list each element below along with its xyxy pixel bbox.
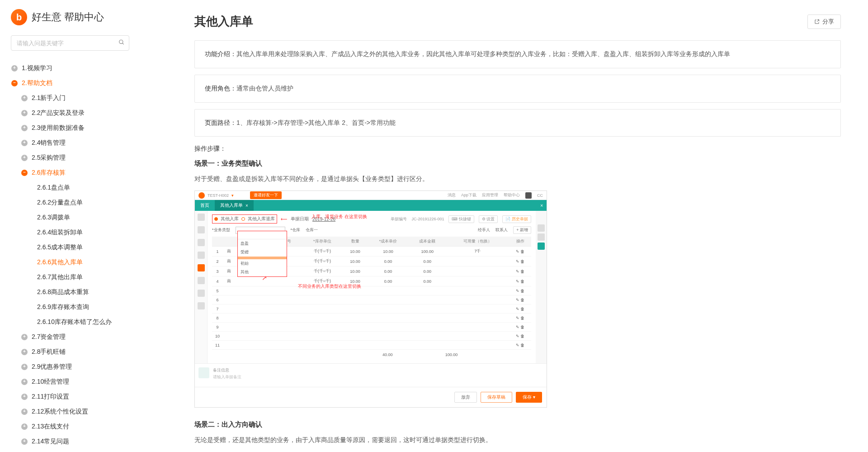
nav-item-video[interactable]: +1.视频学习 [11,61,129,76]
side-icon [198,252,205,259]
nav-item-2-6-7[interactable]: 2.6.7其他出库单 [11,270,129,285]
nav-item-2-8[interactable]: +2.8手机旺铺 [11,344,129,359]
nav-item-2-6-3[interactable]: 2.6.3调拨单 [11,210,129,225]
logo: b 好生意 帮助中心 [11,9,129,25]
plus-icon: + [21,140,28,146]
logo-icon: b [11,9,27,25]
side-icon [198,226,205,233]
scene1-text: 对于受赠、盘盈或是拆装入库等不同的业务，是通过单据头【业务类型】进行区分。 [194,172,841,185]
share-icon [814,19,820,24]
avatar-icon [525,192,532,199]
tool-icon [538,243,545,250]
page-title: 其他入库单 [194,14,253,29]
plus-icon: + [11,65,18,71]
nav-item-2-6-6[interactable]: 2.6.6其他入库单 [11,255,129,270]
nav-item-2-9[interactable]: +2.9优惠券管理 [11,359,129,374]
path-box: 页面路径：1、库存核算->库存管理->其他入库单 2、首页->常用功能 [194,109,841,137]
intro-text: 其他入库单用来处理除采购入库、产成品入库之外的其他入库业务，因此其他入库单可处理… [236,50,730,57]
side-icon [198,214,205,221]
share-button[interactable]: 分享 [807,14,841,29]
role-text: 通常由仓管人员维护 [236,85,293,92]
nav-item-2-10[interactable]: +2.10经营管理 [11,374,129,389]
nav: +1.视频学习 –2.帮助文档 +2.1新手入门 +2.2产品安装及登录 +2.… [11,61,129,449]
path-label: 页面路径： [205,119,236,126]
tool-icon [538,233,545,241]
scene2-text2: 退库业务中，明细数量均以负值红色展示。无论是入库还是退库，库存账均记在入库方向。 [194,449,841,452]
plus-icon: + [21,125,28,131]
role-label: 使用角色： [205,85,236,92]
side-icon [198,302,205,309]
nav-item-2-5[interactable]: +2.5采购管理 [11,150,129,165]
nav-item-2-2[interactable]: +2.2产品安装及登录 [11,105,129,120]
nav-item-2-13[interactable]: +2.13在线支付 [11,419,129,434]
search-icon[interactable] [118,39,125,47]
intro-label: 功能介绍： [205,50,236,57]
nav-item-2-4[interactable]: +2.4销售管理 [11,135,129,150]
role-box: 使用角色：通常由仓管人员维护 [194,75,841,103]
plus-icon: + [21,394,28,400]
side-icon [198,290,205,297]
nav-item-2-6-5[interactable]: 2.6.5成本调整单 [11,240,129,255]
nav-item-2-3[interactable]: +2.3使用前数据准备 [11,120,129,135]
path-text: 1、库存核算->库存管理->其他入库单 2、首页->常用功能 [236,119,396,126]
side-icon [198,277,205,284]
plus-icon: + [21,379,28,385]
nav-item-2-6[interactable]: –2.6库存核算 [11,165,129,180]
search-box [11,35,129,51]
plus-icon: + [21,349,28,355]
side-icon [198,239,205,246]
plus-icon: + [21,334,28,340]
nav-item-2-7[interactable]: +2.7资金管理 [11,329,129,344]
plus-icon: + [21,409,28,415]
plus-icon: + [21,423,28,430]
svg-line-1 [123,43,124,44]
nav-item-2-6-4[interactable]: 2.6.4组装拆卸单 [11,225,129,240]
logo-text: 好生意 帮助中心 [32,10,104,24]
minus-icon: – [21,170,28,176]
tool-icon [538,224,545,232]
side-icon [198,264,205,271]
steps-label: 操作步骤： [194,145,841,153]
plus-icon: + [21,155,28,161]
intro-box: 功能介绍：其他入库单用来处理除采购入库、产成品入库之外的其他入库业务，因此其他入… [194,40,841,68]
plus-icon: + [21,110,28,116]
screenshot-image: TEST-H002 ▾ 邀请好友一下 消息 App下载 应用管理 帮助中心 CC… [194,190,547,408]
scene2-title: 场景二：出入方向确认 [194,420,841,429]
search-input[interactable] [11,35,129,51]
svg-point-0 [119,40,123,43]
nav-item-2-6-8[interactable]: 2.6.8商品成本重算 [11,285,129,300]
minus-icon: – [11,80,18,86]
nav-item-2-6-1[interactable]: 2.6.1盘点单 [11,180,129,195]
plus-icon: + [21,95,28,101]
nav-item-2-6-2[interactable]: 2.6.2分量盘点单 [11,195,129,210]
plus-icon: + [21,438,28,445]
shot-logo-icon [198,192,205,199]
nav-item-2-12[interactable]: +2.12系统个性化设置 [11,404,129,419]
scene1-title: 场景一：业务类型确认 [194,159,841,168]
nav-item-2-6-9[interactable]: 2.6.9库存账本查询 [11,300,129,314]
plus-icon: + [21,364,28,370]
nav-item-2-1[interactable]: +2.1新手入门 [11,90,129,105]
scene2-text1: 无论是受赠，还是其他类型的业务，由于入库商品质量等原因，需要退回，这时可通过单据… [194,433,841,446]
nav-item-docs[interactable]: –2.帮助文档 [11,76,129,90]
main-content: 其他入库单 分享 功能介绍：其他入库单用来处理除采购入库、产成品入库之外的其他入… [140,0,868,452]
sidebar: b 好生意 帮助中心 +1.视频学习 –2.帮助文档 +2.1新手入门 +2.2… [0,0,140,452]
nav-item-2-11[interactable]: +2.11打印设置 [11,389,129,404]
nav-item-2-14[interactable]: +2.14常见问题 [11,434,129,449]
remark-icon [198,367,209,378]
nav-item-2-6-10[interactable]: 2.6.10库存账本错了怎么办 [11,314,129,329]
